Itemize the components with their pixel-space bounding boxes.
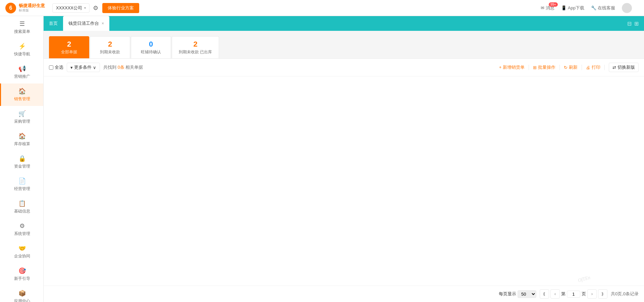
sidebar-item-base-info[interactable]: 📋 基础信息 — [0, 196, 43, 218]
layout: ☰ 搜索菜单 ⚡ 快捷导航 📢 营销推广 🏠 销售管理 🛒 采购管理 🏠 库存核… — [0, 16, 644, 302]
stat-label-overdue: 到期未收款 — [97, 49, 123, 55]
sales-icon: 🏠 — [18, 87, 26, 95]
sidebar-item-system[interactable]: ⚙ 系统管理 — [0, 218, 43, 241]
page-last-button[interactable]: ⟫ — [598, 289, 607, 299]
quick-nav-icon: ⚡ — [18, 43, 26, 50]
filter-icon: ▾ — [70, 65, 73, 70]
stat-label-overdue-shipped: 到期未收款 已出库 — [179, 49, 212, 55]
sidebar-item-operations[interactable]: 📄 经营管理 — [0, 173, 43, 196]
search-menu-icon: ☰ — [19, 20, 25, 27]
toolbar-right: + 新增销货单 ⊞ 批量操作 ↻ 刷新 🖨 打印 — [499, 63, 639, 72]
header-right: ✉ 消息 99+ 📱 App下载 🔧 在线客服 — [541, 3, 639, 13]
toolbar: 全选 ▾ 更多条件 ∨ 共找到 0条 相关单据 + 新增销货单 ⊞ — [44, 58, 644, 76]
table-area — [44, 76, 644, 286]
print-button[interactable]: 🖨 打印 — [586, 64, 600, 70]
top-header: 6 畅捷通好生意 标准版 XXXXXX公司 ▾ ⚙ 体验行业方案 ✉ 消息 99… — [0, 0, 644, 16]
app-center-icon: 📦 — [18, 290, 26, 297]
stat-tab-overdue-shipped[interactable]: 2 到期未收款 已出库 — [172, 36, 219, 58]
finance-icon: 🔒 — [18, 155, 26, 162]
stat-label-pending: 旺辅待确认 — [138, 49, 164, 55]
company-selector[interactable]: XXXXXX公司 ▾ — [52, 3, 90, 13]
sidebar-item-guide[interactable]: 🎯 新手引导 — [0, 263, 43, 286]
app-download-icon: 📱 — [561, 5, 567, 10]
sidebar-item-app-center[interactable]: 📦 应用中心 — [0, 286, 43, 302]
sidebar-label-finance: 资金管理 — [14, 164, 30, 169]
online-service-button[interactable]: 🔧 在线客服 — [591, 5, 615, 11]
sidebar-item-sales[interactable]: 🏠 销售管理 — [0, 83, 43, 106]
trial-button[interactable]: 体验行业方案 — [102, 3, 139, 13]
logo-icon: 6 — [5, 3, 16, 13]
message-icon: ✉ — [541, 5, 544, 10]
main-content: 首页 钱货日清工作台 × ⊟ ⊞ 2 全部单据 2 到期未收款 — [44, 16, 644, 302]
page-total: 共0页,0条记录 — [611, 291, 639, 297]
sidebar-item-purchase[interactable]: 🛒 采购管理 — [0, 106, 43, 128]
refresh-button[interactable]: ↻ 刷新 — [564, 64, 578, 70]
stat-tab-pending[interactable]: 0 旺辅待确认 — [131, 36, 171, 58]
sidebar: ☰ 搜索菜单 ⚡ 快捷导航 📢 营销推广 🏠 销售管理 🛒 采购管理 🏠 库存核… — [0, 16, 44, 302]
page-number-input[interactable] — [567, 291, 580, 298]
logo-text-area: 畅捷通好生意 标准版 — [19, 3, 45, 13]
page-nav: ⟪ ‹ 第 页 › ⟫ — [540, 289, 607, 299]
filter-button[interactable]: ▾ 更多条件 ∨ — [67, 63, 100, 72]
stat-num-pending: 0 — [138, 40, 164, 49]
add-sales-order-button[interactable]: + 新增销货单 — [499, 64, 525, 70]
page-label: 第 — [561, 291, 566, 297]
refresh-icon: ↻ — [564, 65, 568, 70]
tab-home[interactable]: 首页 — [44, 16, 63, 31]
settings-icon[interactable]: ⚙ — [93, 4, 98, 12]
page-next-button[interactable]: › — [587, 289, 597, 299]
app-download-button[interactable]: 📱 App下载 — [561, 5, 584, 11]
nav-tabs: 首页 钱货日清工作台 × ⊟ ⊞ — [44, 16, 644, 31]
logo-title: 畅捷通好生意 — [19, 3, 45, 8]
select-all-label: 全选 — [55, 64, 63, 70]
print-icon: 🖨 — [586, 65, 590, 70]
tab-home-label: 首页 — [49, 20, 58, 26]
divider2 — [559, 65, 560, 70]
checkbox-input[interactable] — [49, 65, 53, 70]
workbench: 2 全部单据 2 到期未收款 0 旺辅待确认 2 到期未收款 已出库 — [44, 31, 644, 302]
base-info-icon: 📋 — [18, 200, 26, 207]
sidebar-item-search-menu[interactable]: ☰ 搜索菜单 — [0, 16, 43, 39]
sidebar-label-marketing: 营销推广 — [14, 74, 30, 79]
avatar[interactable] — [622, 3, 632, 13]
tab-expand-icon[interactable]: ⊞ — [634, 20, 639, 27]
page-suffix: 页 — [582, 291, 586, 297]
stat-tab-overdue[interactable]: 2 到期未收款 — [90, 36, 130, 58]
sidebar-item-inventory[interactable]: 🏠 库存核算 — [0, 128, 43, 151]
stat-tab-all[interactable]: 2 全部单据 — [49, 36, 89, 58]
stats-tabs: 2 全部单据 2 到期未收款 0 旺辅待确认 2 到期未收款 已出库 — [44, 31, 644, 58]
sidebar-label-purchase: 采购管理 — [14, 119, 30, 124]
stat-num-overdue: 2 — [97, 40, 123, 49]
page-first-button[interactable]: ⟪ — [540, 289, 549, 299]
found-text: 共找到 0条 相关单据 — [103, 64, 143, 70]
company-name: XXXXXX公司 — [56, 5, 82, 11]
sidebar-label-system: 系统管理 — [14, 231, 30, 237]
batch-operation-button[interactable]: ⊞ 批量操作 — [533, 64, 555, 70]
per-page-select[interactable]: 每页显示 20 50 100 — [499, 290, 536, 298]
sidebar-item-finance[interactable]: 🔒 资金管理 — [0, 151, 43, 173]
sidebar-item-cooperation[interactable]: 🤝 企业协同 — [0, 241, 43, 263]
cooperation-icon: 🤝 — [18, 245, 26, 252]
select-all-checkbox[interactable]: 全选 — [49, 64, 63, 70]
logo-area: 6 畅捷通好生意 标准版 — [5, 3, 49, 13]
company-dropdown-arrow: ▾ — [84, 6, 86, 10]
page-prev-button[interactable]: ‹ — [550, 289, 560, 299]
per-page-dropdown[interactable]: 20 50 100 — [518, 290, 536, 298]
batch-icon: ⊞ — [533, 65, 537, 70]
service-icon: 🔧 — [591, 5, 596, 10]
sidebar-item-marketing[interactable]: 📢 营销推广 — [0, 61, 43, 83]
switch-version-button[interactable]: ⇄ 切换新版 — [609, 63, 639, 72]
sidebar-item-quick-nav[interactable]: ⚡ 快捷导航 — [0, 39, 43, 61]
pagination-bar: 每页显示 20 50 100 ⟪ ‹ 第 页 › ⟫ 共0页,0条记录 — [44, 286, 644, 302]
tab-workbench-label: 钱货日清工作台 — [68, 20, 99, 26]
switch-icon: ⇄ — [612, 65, 616, 70]
tab-bar-right: ⊟ ⊞ — [627, 20, 644, 27]
purchase-icon: 🛒 — [18, 110, 26, 117]
marketing-icon: 📢 — [18, 65, 26, 72]
filter-arrow: ∨ — [93, 65, 96, 70]
tab-workbench[interactable]: 钱货日清工作台 × — [63, 16, 109, 31]
messages-button[interactable]: ✉ 消息 99+ — [541, 5, 554, 11]
tab-minimize-icon[interactable]: ⊟ — [627, 20, 632, 27]
tab-close-icon[interactable]: × — [102, 21, 104, 26]
sidebar-label-inventory: 库存核算 — [14, 141, 30, 147]
